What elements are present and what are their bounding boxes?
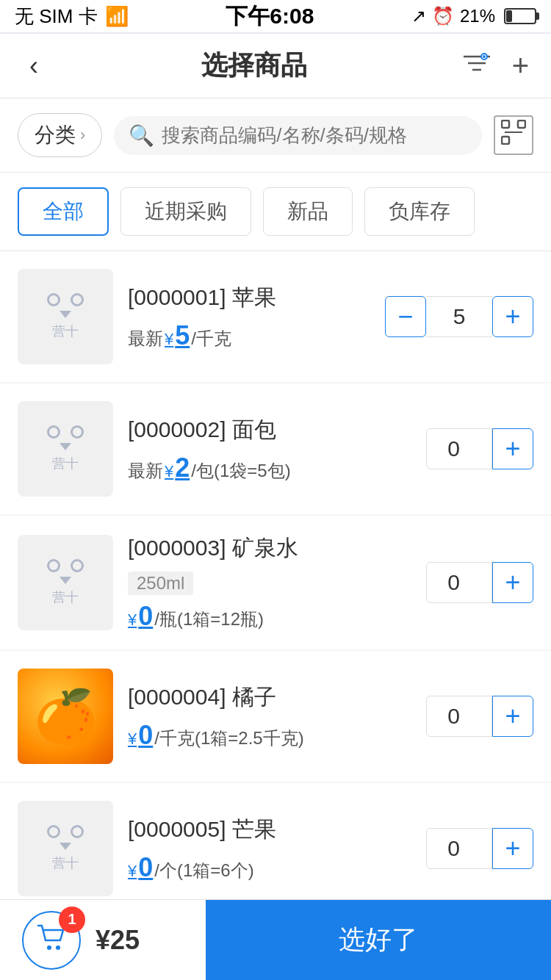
bottom-bar: 1 ¥25 选好了 xyxy=(0,899,551,980)
confirm-button[interactable]: 选好了 xyxy=(206,900,551,981)
search-area: 分类 › 🔍 xyxy=(0,98,551,173)
wifi-icon: 📶 xyxy=(105,5,129,28)
tab-recent[interactable]: 近期采购 xyxy=(120,187,251,236)
tab-negative[interactable]: 负库存 xyxy=(364,187,475,236)
product-list: 营十 [0000001] 苹果 最新 ¥ 5 /千克 − + xyxy=(0,251,551,980)
category-label: 分类 xyxy=(35,121,76,149)
price-amount-5: 0 xyxy=(138,852,153,883)
qty-minus-button-1[interactable]: − xyxy=(385,296,426,337)
qty-plus-button-2[interactable]: + xyxy=(492,428,533,469)
qty-input-3[interactable] xyxy=(426,562,492,603)
currency-icon-2: ¥ xyxy=(165,462,173,481)
product-image-5: 营十 xyxy=(18,801,113,896)
qty-plus-button-5[interactable]: + xyxy=(492,828,533,869)
search-icon: 🔍 xyxy=(129,123,154,148)
list-item: 🍊 [0000004] 橘子 ¥ 0 /千克(1箱=2.5千克) + xyxy=(0,651,551,782)
list-item: 营十 [0000002] 面包 最新 ¥ 2 /包(1袋=5包) + xyxy=(0,383,551,514)
product-price-3: ¥ 0 /瓶(1箱=12瓶) xyxy=(128,601,411,632)
tab-bar: 全部 近期采购 新品 负库存 xyxy=(0,173,551,251)
qty-input-4[interactable] xyxy=(426,696,492,737)
price-label-1: 最新 xyxy=(128,327,163,350)
currency-icon-3: ¥ xyxy=(128,610,137,630)
search-input[interactable] xyxy=(162,124,467,147)
product-price-1: 最新 ¥ 5 /千克 xyxy=(128,320,370,351)
price-amount-1: 5 xyxy=(175,320,190,351)
qty-control-5: + xyxy=(426,828,533,869)
product-price-5: ¥ 0 /个(1箱=6个) xyxy=(128,852,411,883)
svg-point-9 xyxy=(47,945,51,950)
tab-all[interactable]: 全部 xyxy=(18,187,109,236)
price-unit-5: /个(1箱=6个) xyxy=(154,859,253,882)
qty-input-1[interactable] xyxy=(426,296,492,337)
filter-icon[interactable] xyxy=(464,52,490,79)
nav-actions: + xyxy=(464,49,529,82)
svg-rect-7 xyxy=(502,137,509,144)
cart-section: 1 ¥25 xyxy=(0,911,206,970)
product-image-3: 营十 xyxy=(18,535,113,630)
svg-point-10 xyxy=(56,945,60,950)
nav-bar: ‹ 选择商品 + xyxy=(0,34,551,98)
product-image-2: 营十 xyxy=(18,401,113,497)
svg-rect-6 xyxy=(518,120,525,128)
product-name-3: [0000003] 矿泉水 xyxy=(128,533,411,563)
price-amount-4: 0 xyxy=(138,720,153,751)
product-image-1: 营十 xyxy=(18,269,113,364)
svg-rect-5 xyxy=(502,120,509,128)
svg-point-4 xyxy=(483,55,486,58)
qty-plus-button-3[interactable]: + xyxy=(492,562,533,603)
location-icon: ↗ xyxy=(411,6,426,26)
alarm-icon: ⏰ xyxy=(432,6,454,26)
product-image-4: 🍊 xyxy=(18,669,113,764)
product-info-4: [0000004] 橘子 ¥ 0 /千克(1箱=2.5千克) xyxy=(128,682,411,751)
currency-icon-5: ¥ xyxy=(128,862,137,881)
list-item: 营十 [0000001] 苹果 最新 ¥ 5 /千克 − + xyxy=(0,251,551,382)
product-info-1: [0000001] 苹果 最新 ¥ 5 /千克 xyxy=(128,283,370,351)
search-input-wrap: 🔍 xyxy=(114,116,482,155)
chevron-right-icon: › xyxy=(80,126,85,145)
qty-plus-button-1[interactable]: + xyxy=(492,296,533,337)
tab-new[interactable]: 新品 xyxy=(263,187,353,236)
status-right: ↗ ⏰ 21% xyxy=(411,6,536,26)
cart-total: ¥25 xyxy=(96,925,140,956)
qty-control-1: − + xyxy=(385,296,533,337)
battery-icon xyxy=(504,8,536,24)
qty-input-2[interactable] xyxy=(426,428,492,469)
status-time: 下午6:08 xyxy=(226,1,314,32)
back-button[interactable]: ‹ xyxy=(22,43,46,89)
battery-percent: 21% xyxy=(460,6,495,26)
price-unit-4: /千克(1箱=2.5千克) xyxy=(154,727,303,750)
status-bar: 无 SIM 卡 📶 下午6:08 ↗ ⏰ 21% xyxy=(0,0,551,32)
product-price-4: ¥ 0 /千克(1箱=2.5千克) xyxy=(128,720,411,751)
product-spec-3: 250ml xyxy=(128,572,193,595)
price-unit-1: /千克 xyxy=(191,327,231,350)
category-button[interactable]: 分类 › xyxy=(18,113,102,157)
qty-control-3: + xyxy=(426,562,533,603)
carrier-text: 无 SIM 卡 xyxy=(15,4,98,29)
currency-icon-1: ¥ xyxy=(165,330,173,349)
price-unit-2: /包(1袋=5包) xyxy=(191,459,290,483)
currency-icon-4: ¥ xyxy=(128,729,137,749)
page-title: 选择商品 xyxy=(201,48,307,84)
qty-input-5[interactable] xyxy=(426,828,492,869)
cart-badge: 1 xyxy=(59,907,85,933)
product-info-3: [0000003] 矿泉水 250ml ¥ 0 /瓶(1箱=12瓶) xyxy=(128,533,411,632)
product-name-4: [0000004] 橘子 xyxy=(128,682,411,713)
add-icon[interactable]: + xyxy=(512,49,529,82)
status-left: 无 SIM 卡 📶 xyxy=(15,4,129,29)
product-info-5: [0000005] 芒果 ¥ 0 /个(1箱=6个) xyxy=(128,815,411,883)
price-unit-3: /瓶(1箱=12瓶) xyxy=(154,608,264,631)
list-item: 营十 [0000005] 芒果 ¥ 0 /个(1箱=6个) + xyxy=(0,783,551,914)
scan-icon[interactable] xyxy=(494,115,533,155)
price-label-2: 最新 xyxy=(128,459,163,483)
cart-icon-button[interactable]: 1 xyxy=(22,911,81,970)
product-name-1: [0000001] 苹果 xyxy=(128,283,370,313)
price-amount-2: 2 xyxy=(175,453,190,483)
qty-control-4: + xyxy=(426,696,533,737)
qty-control-2: + xyxy=(426,428,533,469)
product-name-2: [0000002] 面包 xyxy=(128,415,411,445)
product-name-5: [0000005] 芒果 xyxy=(128,815,411,845)
qty-plus-button-4[interactable]: + xyxy=(492,696,533,737)
product-price-2: 最新 ¥ 2 /包(1袋=5包) xyxy=(128,453,411,483)
list-item: 营十 [0000003] 矿泉水 250ml ¥ 0 /瓶(1箱=12瓶) + xyxy=(0,516,551,649)
product-info-2: [0000002] 面包 最新 ¥ 2 /包(1袋=5包) xyxy=(128,415,411,483)
